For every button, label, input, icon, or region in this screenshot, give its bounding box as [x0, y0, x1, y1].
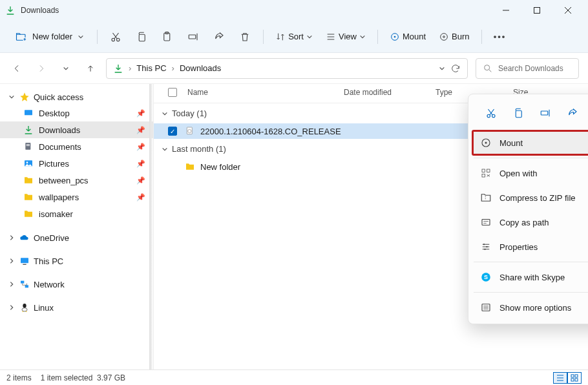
- sidebar-root-linux[interactable]: Linux: [0, 298, 153, 317]
- skype-icon: S: [480, 271, 492, 283]
- forward-button[interactable]: [34, 61, 49, 76]
- sidebar-item-documents[interactable]: Documents 📌: [0, 138, 153, 155]
- ctx-rename-button[interactable]: [534, 103, 556, 123]
- sidebar-item-wallpapers[interactable]: wallpapers 📌: [0, 189, 153, 205]
- mount-button[interactable]: Mount: [384, 28, 431, 46]
- copy-button[interactable]: [130, 25, 153, 48]
- ctx-item-properties[interactable]: Properties Alt+Enter: [472, 234, 588, 259]
- ctx-item-more[interactable]: Show more options Shift+F10: [472, 295, 588, 320]
- mount-icon: [480, 137, 492, 149]
- downloads-icon: [23, 125, 34, 135]
- up-button[interactable]: [83, 61, 98, 76]
- ctx-item-skype[interactable]: S Share with Skype: [472, 265, 588, 289]
- svg-rect-35: [487, 169, 490, 172]
- sidebar-item-downloads[interactable]: Downloads 📌: [0, 121, 153, 138]
- svg-rect-37: [482, 220, 490, 225]
- chevron-right-icon: [8, 234, 16, 241]
- chevron-down-icon[interactable]: [439, 65, 445, 72]
- downloads-icon: [113, 63, 123, 74]
- file-name: New folder: [200, 162, 240, 172]
- breadcrumb-current[interactable]: Downloads: [180, 63, 221, 73]
- sidebar-root-onedrive[interactable]: OneDrive: [0, 229, 153, 247]
- new-folder-label: New folder: [32, 32, 72, 41]
- sidebar-item-between-pcs[interactable]: between_pcs 📌: [0, 172, 153, 189]
- svg-text:S: S: [484, 274, 488, 280]
- back-button[interactable]: [9, 61, 25, 76]
- ctx-item-compress[interactable]: Compress to ZIP file: [472, 185, 588, 210]
- chevron-right-icon: [8, 281, 16, 287]
- sidebar-resize-handle[interactable]: [149, 84, 153, 369]
- svg-rect-20: [21, 258, 28, 263]
- svg-rect-0: [534, 8, 540, 14]
- pc-icon: [19, 256, 30, 266]
- ctx-item-copypath[interactable]: Copy as path: [472, 210, 588, 234]
- paste-button[interactable]: [156, 25, 179, 48]
- maximize-button[interactable]: [522, 0, 552, 21]
- view-thumbnails-button[interactable]: [567, 372, 582, 384]
- svg-rect-8: [189, 35, 196, 39]
- minimize-button[interactable]: [491, 0, 521, 21]
- svg-point-19: [26, 161, 28, 163]
- share-button[interactable]: [207, 25, 231, 48]
- pictures-icon: [23, 158, 34, 169]
- chevron-right-icon: ›: [172, 63, 174, 73]
- sidebar-quick-access[interactable]: Quick access: [0, 89, 153, 105]
- sidebar-root-thispc[interactable]: This PC: [0, 252, 153, 270]
- search-input[interactable]: Search Downloads: [476, 58, 579, 79]
- file-list: Name Date modified Type Size Today (1) ✓…: [154, 84, 588, 369]
- sidebar-item-label: wallpapers: [39, 192, 79, 202]
- sort-button[interactable]: Sort: [270, 28, 318, 46]
- quick-access-label: Quick access: [34, 92, 83, 102]
- more-button[interactable]: •••: [488, 25, 512, 48]
- cut-button[interactable]: [104, 25, 127, 48]
- toolbar: New folder Sort View Mount Burn •••: [0, 21, 588, 53]
- sidebar-item-isomaker[interactable]: isomaker: [0, 205, 153, 222]
- chevron-down-icon: [8, 94, 16, 100]
- iso-file-icon: [185, 126, 195, 136]
- select-all-checkbox[interactable]: [168, 88, 177, 97]
- view-button[interactable]: View: [320, 28, 371, 46]
- burn-label: Burn: [452, 32, 469, 41]
- view-label: View: [339, 32, 357, 41]
- sidebar-item-desktop[interactable]: Desktop 📌: [0, 105, 153, 121]
- sidebar-item-label: Downloads: [39, 125, 80, 135]
- ctx-item-openwith[interactable]: Open with: [472, 161, 588, 185]
- pin-icon: 📌: [136, 143, 145, 151]
- svg-rect-14: [25, 110, 32, 115]
- nav-row: › This PC › Downloads Search Downloads: [0, 53, 588, 84]
- column-name[interactable]: Name: [185, 88, 344, 99]
- chevron-down-icon: [78, 34, 84, 40]
- sidebar-root-network[interactable]: Network: [0, 275, 153, 293]
- search-icon: [483, 63, 493, 74]
- rename-button[interactable]: [182, 25, 205, 48]
- sidebar-root-label: OneDrive: [34, 233, 69, 243]
- ctx-cut-button[interactable]: [480, 103, 502, 123]
- recent-button[interactable]: [58, 61, 74, 76]
- refresh-button[interactable]: [450, 63, 461, 74]
- breadcrumb-root[interactable]: This PC: [136, 63, 166, 73]
- sort-label: Sort: [288, 32, 304, 41]
- group-header-label: Last month (1): [172, 144, 226, 154]
- chevron-down-icon: [162, 110, 168, 117]
- new-folder-button[interactable]: New folder: [9, 27, 90, 47]
- svg-point-11: [441, 33, 448, 40]
- ctx-item-mount[interactable]: Mount Enter: [472, 130, 588, 155]
- pin-icon: 📌: [136, 160, 145, 168]
- sidebar-item-pictures[interactable]: Pictures 📌: [0, 155, 153, 172]
- pin-icon: 📌: [136, 109, 145, 118]
- column-modified[interactable]: Date modified: [344, 88, 436, 99]
- delete-button[interactable]: [233, 25, 257, 48]
- documents-icon: [23, 141, 34, 152]
- burn-button[interactable]: Burn: [434, 28, 474, 46]
- ctx-item-label: Open with: [499, 169, 538, 178]
- row-checkbox[interactable]: ✓: [168, 127, 177, 136]
- svg-point-40: [484, 249, 485, 250]
- ctx-copy-button[interactable]: [507, 103, 529, 123]
- view-details-button[interactable]: [553, 372, 567, 384]
- status-selection: 1 item selected: [41, 373, 93, 382]
- ctx-share-button[interactable]: [562, 103, 583, 123]
- svg-rect-23: [25, 285, 28, 287]
- chevron-right-icon: [8, 258, 16, 264]
- address-bar[interactable]: › This PC › Downloads: [106, 58, 468, 79]
- close-button[interactable]: [553, 0, 583, 21]
